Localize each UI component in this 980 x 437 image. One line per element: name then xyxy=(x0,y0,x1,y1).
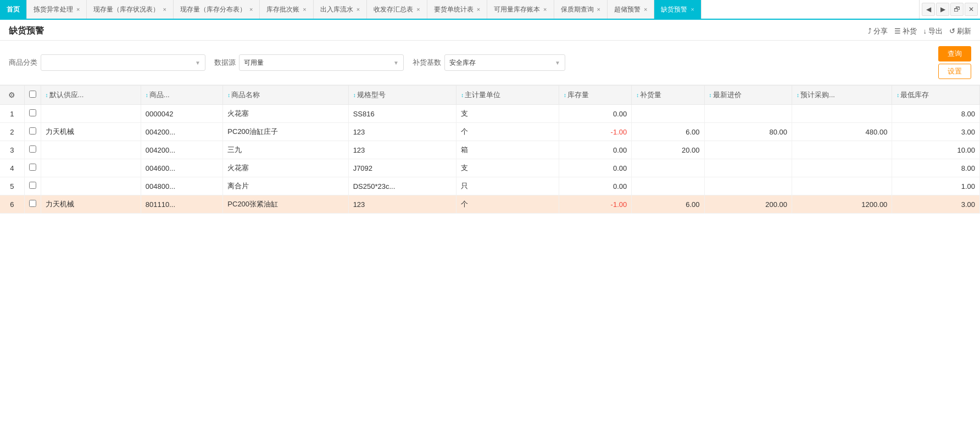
nav-tab-5[interactable]: 出入库流水× xyxy=(314,0,367,19)
nav-next-btn[interactable]: ▶ xyxy=(936,3,949,16)
row-checkbox-0[interactable] xyxy=(29,109,36,116)
replenish-base-select[interactable]: 安全库存 ▼ xyxy=(444,54,565,71)
category-filter: 商品分类 ▼ xyxy=(9,54,205,71)
row-latest-price-0 xyxy=(704,105,792,123)
row-min-stock-2: 10.00 xyxy=(892,141,980,159)
close-tab-icon-9[interactable]: × xyxy=(597,6,600,13)
row-min-stock-3: 8.00 xyxy=(892,159,980,177)
row-latest-price-4 xyxy=(704,177,792,195)
row-unit-3: 支 xyxy=(456,159,559,177)
export-btn[interactable]: ↓ 导出 xyxy=(923,26,943,36)
col-name: ↕商品名称 xyxy=(223,86,348,105)
export-icon: ↓ xyxy=(923,27,927,35)
row-check-4[interactable] xyxy=(24,177,41,195)
nav-tab-7[interactable]: 要货单统计表× xyxy=(427,0,487,19)
row-no-5: 6 xyxy=(0,195,24,214)
close-tab-icon-3[interactable]: × xyxy=(249,6,253,13)
row-code-1: 004200... xyxy=(141,123,223,141)
row-latest-price-1: 80.00 xyxy=(704,123,792,141)
refresh-icon: ↺ xyxy=(949,27,955,35)
row-checkbox-4[interactable] xyxy=(29,182,36,189)
select-all-checkbox[interactable] xyxy=(29,91,36,98)
row-spec-3: J7092 xyxy=(348,159,456,177)
nav-tab-11[interactable]: 缺货预警× xyxy=(654,0,701,19)
row-check-0[interactable] xyxy=(24,105,41,123)
row-supplier-5: 力天机械 xyxy=(41,195,141,214)
nav-restore-btn[interactable]: 🗗 xyxy=(950,3,964,16)
row-checkbox-2[interactable] xyxy=(29,145,36,153)
nav-tab-0[interactable]: 首页 xyxy=(0,0,27,19)
row-est-purchase-0 xyxy=(792,105,892,123)
row-unit-0: 支 xyxy=(456,105,559,123)
close-tab-icon-10[interactable]: × xyxy=(644,6,647,13)
nav-tab-2[interactable]: 现存量（库存状况表）× xyxy=(87,0,173,19)
nav-tab-6[interactable]: 收发存汇总表× xyxy=(367,0,427,19)
table-row: 3 004200... 三九 123 箱 0.00 20.00 10.00 xyxy=(0,141,980,159)
nav-tab-9[interactable]: 保质期查询× xyxy=(554,0,608,19)
row-code-3: 004600... xyxy=(141,159,223,177)
nav-tab-10[interactable]: 超储预警× xyxy=(608,0,654,19)
close-tab-icon-1[interactable]: × xyxy=(76,6,80,13)
close-tab-icon-6[interactable]: × xyxy=(416,6,420,13)
col-stock: ↕库存量 xyxy=(559,86,632,105)
query-button[interactable]: 查询 xyxy=(938,46,971,61)
row-supplier-1: 力天机械 xyxy=(41,123,141,141)
nav-close-btn[interactable]: ✕ xyxy=(965,3,978,16)
datasource-select[interactable]: 可用量 ▼ xyxy=(239,54,404,71)
row-min-stock-1: 3.00 xyxy=(892,123,980,141)
share-icon: ⤴ xyxy=(868,27,872,35)
row-latest-price-5: 200.00 xyxy=(704,195,792,214)
filter-actions: 查询 设置 xyxy=(938,46,971,79)
close-tab-icon-4[interactable]: × xyxy=(303,6,306,13)
close-tab-icon-11[interactable]: × xyxy=(691,6,694,13)
row-name-4: 离合片 xyxy=(223,177,348,195)
chevron-down-icon: ▼ xyxy=(195,60,201,66)
close-tab-icon-8[interactable]: × xyxy=(543,6,547,13)
row-est-purchase-1: 480.00 xyxy=(792,123,892,141)
col-supplier: ↕默认供应... xyxy=(41,86,141,105)
row-check-5[interactable] xyxy=(24,195,41,214)
refresh-btn[interactable]: ↺ 刷新 xyxy=(949,26,971,36)
nav-tab-8[interactable]: 可用量库存账本× xyxy=(487,0,554,19)
close-tab-icon-2[interactable]: × xyxy=(163,6,166,13)
row-latest-price-2 xyxy=(704,141,792,159)
nav-prev-btn[interactable]: ◀ xyxy=(922,3,935,16)
row-check-1[interactable] xyxy=(24,123,41,141)
settings-button[interactable]: 设置 xyxy=(938,64,971,79)
row-check-3[interactable] xyxy=(24,159,41,177)
row-unit-1: 个 xyxy=(456,123,559,141)
table-row: 6 力天机械 801110... PC200张紧油缸 123 个 -1.00 6… xyxy=(0,195,980,214)
table-body: 1 0000042 火花塞 SS816 支 0.00 8.00 2 力天机械 0… xyxy=(0,105,980,214)
row-unit-5: 个 xyxy=(456,195,559,214)
gear-icon[interactable]: ⚙ xyxy=(8,91,15,99)
row-name-5: PC200张紧油缸 xyxy=(223,195,348,214)
category-select[interactable]: ▼ xyxy=(41,54,205,71)
row-no-0: 1 xyxy=(0,105,24,123)
row-supplier-2 xyxy=(41,141,141,159)
row-check-2[interactable] xyxy=(24,141,41,159)
col-settings[interactable]: ⚙ xyxy=(0,86,24,105)
row-spec-5: 123 xyxy=(348,195,456,214)
nav-tab-4[interactable]: 库存批次账× xyxy=(260,0,313,19)
row-code-2: 004200... xyxy=(141,141,223,159)
replenish-btn[interactable]: ☰ 补货 xyxy=(894,26,917,36)
row-checkbox-5[interactable] xyxy=(29,200,36,207)
close-tab-icon-5[interactable]: × xyxy=(357,6,360,13)
row-est-purchase-3 xyxy=(792,159,892,177)
row-est-purchase-4 xyxy=(792,177,892,195)
col-unit: ↕主计量单位 xyxy=(456,86,559,105)
row-name-1: PC200油缸庄子 xyxy=(223,123,348,141)
col-check xyxy=(24,86,41,105)
row-checkbox-1[interactable] xyxy=(29,127,36,135)
close-tab-icon-7[interactable]: × xyxy=(477,6,480,13)
page-title: 缺货预警 xyxy=(9,25,44,37)
replenish-base-label: 补货基数 xyxy=(413,58,441,68)
row-est-purchase-5: 1200.00 xyxy=(792,195,892,214)
nav-tab-1[interactable]: 拣货异常处理× xyxy=(27,0,87,19)
col-replenish: ↕补货量 xyxy=(632,86,704,105)
nav-tab-3[interactable]: 现存量（库存分布表）× xyxy=(174,0,260,19)
table-row: 1 0000042 火花塞 SS816 支 0.00 8.00 xyxy=(0,105,980,123)
row-checkbox-3[interactable] xyxy=(29,164,36,171)
share-btn[interactable]: ⤴ 分享 xyxy=(868,26,888,36)
replenish-base-value: 安全库存 xyxy=(449,58,476,68)
